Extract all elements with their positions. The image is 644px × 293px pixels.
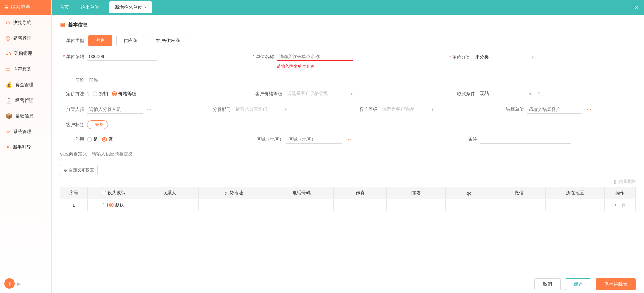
region-label: 区域（地区） bbox=[257, 136, 284, 143]
radio-yes[interactable]: 是 bbox=[87, 136, 98, 143]
btn-supplier[interactable]: 供应商 bbox=[116, 35, 144, 46]
customer-level-select[interactable]: 请选择客户等级 bbox=[380, 105, 436, 114]
sidebar-item-label: 基础信息 bbox=[15, 113, 33, 119]
sidebar-item-sales[interactable]: ◎ 销售管理 bbox=[0, 30, 51, 46]
search-icon: ☰ bbox=[4, 5, 9, 10]
code-input[interactable] bbox=[87, 52, 157, 61]
save-button[interactable]: 保存 bbox=[565, 278, 591, 290]
btn-customer[interactable]: 客户 bbox=[88, 35, 112, 46]
sidebar-item-system[interactable]: ⚙ 系统管理 bbox=[0, 124, 51, 139]
batch-delete-area: 🗑 批量删除 bbox=[60, 179, 636, 185]
radio-discount[interactable]: 折扣 bbox=[93, 91, 108, 97]
sidebar-item-guide[interactable]: ✦ 新手引导 bbox=[0, 139, 51, 155]
settlement-dots-btn[interactable]: ··· bbox=[585, 106, 592, 113]
btn-both[interactable]: 客户/供应商 bbox=[149, 35, 187, 46]
region-dots-btn[interactable]: ··· bbox=[345, 136, 352, 143]
address-input[interactable] bbox=[217, 203, 251, 208]
sidebar-item-quick-nav[interactable]: ⊙ 快捷导航 bbox=[0, 15, 51, 30]
field-short-name: 简称 bbox=[60, 76, 636, 84]
customer-price-level-select[interactable]: 请选择客户价格等级 bbox=[285, 89, 355, 98]
sidebar-item-label: 系统管理 bbox=[13, 129, 31, 135]
cell-email[interactable] bbox=[387, 199, 446, 211]
form-content: ▣ 基本信息 单位类型 客户 供应商 客户/供应商 单位编码 单位名称 请输入往… bbox=[52, 15, 644, 275]
tab-new-partner-label: 新增往来单位 bbox=[115, 4, 142, 10]
settlement-input[interactable] bbox=[527, 105, 582, 114]
phone-input[interactable] bbox=[286, 203, 317, 208]
contact-input[interactable] bbox=[155, 203, 183, 208]
tab-partners[interactable]: 往来单位 × bbox=[75, 1, 109, 13]
radio-price-level[interactable]: 价格等级 bbox=[112, 91, 136, 97]
pricing-help-icon[interactable]: ? bbox=[87, 91, 90, 97]
field-region: 区域（地区） ··· bbox=[257, 135, 439, 144]
sidebar-item-operation[interactable]: 📋 经营管理 bbox=[0, 92, 51, 108]
payment-select[interactable]: 现结 bbox=[478, 89, 534, 98]
col-contact: 联系人 bbox=[140, 187, 199, 199]
tag-label: 客户标签 bbox=[60, 122, 84, 128]
row-checkbox[interactable] bbox=[103, 203, 108, 207]
field-name: 单位名称 请输入往来单位名称 bbox=[250, 52, 439, 70]
fax-input[interactable] bbox=[348, 203, 372, 208]
manager-dots-btn[interactable]: ··· bbox=[146, 106, 153, 113]
cell-region[interactable] bbox=[545, 199, 604, 211]
name-input[interactable] bbox=[277, 52, 353, 61]
short-name-input[interactable] bbox=[87, 76, 157, 84]
sidebar-search[interactable]: ☰ 搜索菜单 bbox=[0, 0, 51, 15]
category-select-wrapper: 未分类 ▼ bbox=[473, 52, 536, 62]
contacts-table: 序号 设为默认 联系人 到货地址 电话号码 传真 邮箱 qq bbox=[60, 187, 636, 211]
region-input[interactable] bbox=[286, 135, 342, 144]
tab-new-partner-close[interactable]: × bbox=[144, 5, 146, 9]
default-radio[interactable]: 默认 bbox=[109, 202, 124, 208]
cell-wechat[interactable] bbox=[493, 199, 545, 211]
tab-home-label: 首页 bbox=[60, 4, 69, 10]
remark-input[interactable] bbox=[480, 135, 571, 144]
sidebar-more-icon: ▶ bbox=[17, 281, 21, 286]
cell-phone[interactable] bbox=[269, 199, 334, 211]
row-tag: 客户标签 + 标签 bbox=[60, 120, 636, 129]
wechat-input[interactable] bbox=[507, 203, 531, 208]
cell-qq[interactable] bbox=[446, 199, 493, 211]
department-label: 分管部门 bbox=[206, 106, 231, 113]
col-fax: 传真 bbox=[334, 187, 387, 199]
tab-home[interactable]: 首页 bbox=[54, 1, 74, 13]
payment-help-icon[interactable]: ? bbox=[538, 91, 541, 97]
cell-fax[interactable] bbox=[334, 199, 387, 211]
manager-input[interactable] bbox=[87, 105, 143, 114]
tab-bar-close-button[interactable]: × bbox=[632, 4, 641, 11]
tab-new-partner[interactable]: 新增往来单位 × bbox=[109, 1, 152, 13]
custom-settings-btn[interactable]: ⚙ 自定义项设置 bbox=[60, 165, 98, 175]
main-area: 首页 往来单位 × 新增往来单位 × × ▣ 基本信息 单位类型 客户 供应商 … bbox=[52, 0, 644, 293]
col-wechat: 微信 bbox=[493, 187, 545, 199]
sidebar-item-purchase[interactable]: 🛍 采购管理 bbox=[0, 46, 51, 61]
sidebar-item-basic[interactable]: 📦 基础信息 bbox=[0, 108, 51, 124]
unit-type-label: 单位类型 bbox=[60, 38, 84, 44]
radio-no-circle bbox=[102, 137, 107, 142]
inventory-icon: ☰ bbox=[6, 66, 10, 72]
radio-no[interactable]: 否 bbox=[102, 136, 113, 143]
operation-icon: 📋 bbox=[6, 97, 13, 104]
tab-partners-close[interactable]: × bbox=[101, 5, 103, 9]
radio-no-label: 否 bbox=[108, 136, 113, 143]
qq-input[interactable] bbox=[459, 203, 480, 208]
cell-default: 默认 bbox=[87, 199, 140, 211]
category-select[interactable]: 未分类 bbox=[473, 52, 536, 62]
department-select[interactable]: 请输入分管部门 bbox=[234, 105, 289, 114]
region-table-input[interactable] bbox=[561, 203, 589, 208]
sidebar-item-finance[interactable]: 💰 资金管理 bbox=[0, 77, 51, 92]
cancel-button[interactable]: 取消 bbox=[534, 278, 561, 290]
supplier-custom-input[interactable] bbox=[90, 150, 159, 158]
save-new-button[interactable]: 保存并新增 bbox=[596, 278, 636, 290]
cell-contact[interactable] bbox=[140, 199, 199, 211]
sidebar-item-inventory[interactable]: ☰ 库存核算 bbox=[0, 61, 51, 77]
section-header: ▣ 基本信息 bbox=[60, 22, 636, 28]
settlement-label: 结算单位 bbox=[500, 106, 524, 113]
cell-address[interactable] bbox=[199, 199, 269, 211]
table-section: ⚙ 自定义项设置 🗑 批量删除 序号 设为默认 bbox=[60, 165, 636, 211]
row-add-btn[interactable]: + bbox=[614, 203, 617, 208]
tag-add-btn[interactable]: + 标签 bbox=[87, 120, 108, 129]
radio-discount-label: 折扣 bbox=[99, 91, 108, 97]
select-all-checkbox[interactable] bbox=[102, 191, 106, 195]
row-delete-btn[interactable]: 🗑 bbox=[621, 203, 626, 208]
email-input[interactable] bbox=[402, 203, 430, 208]
tab-bar: 首页 往来单位 × 新增往来单位 × × bbox=[52, 0, 644, 15]
col-phone: 电话号码 bbox=[269, 187, 334, 199]
